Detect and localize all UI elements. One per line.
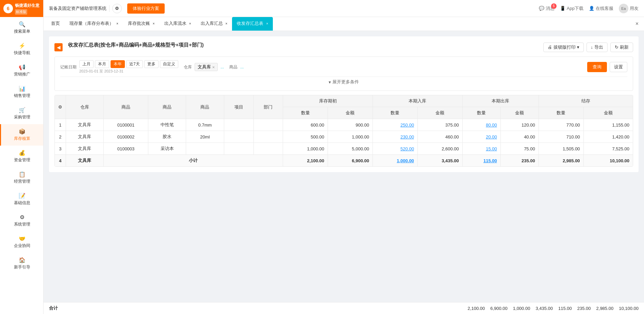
th-goods-code: 商品 — [103, 95, 148, 119]
cell-warehouse: 文具库 — [66, 131, 104, 143]
message-icon-item[interactable]: 💬 消息 6 — [539, 5, 555, 12]
cell-no: 3 — [55, 143, 66, 155]
marketing-icon: 📢 — [19, 64, 26, 70]
cell-goods-name: 采访本 — [148, 143, 186, 155]
cell-in-amt: 460.00 — [417, 131, 462, 143]
expand-more[interactable]: ▾ 展开更多条件 — [60, 77, 627, 87]
trial-button[interactable]: 体验行业方案 — [127, 3, 165, 14]
warehouse-tag-name: 文具库 — [198, 64, 211, 70]
warehouse-tag-close[interactable]: × — [212, 65, 215, 70]
sidebar-item-newbie[interactable]: 🏠 新手引导 — [0, 253, 43, 274]
topbar: 装备及固定资产辅助管理系统 ⚙ 体验行业方案 💬 消息 6 📱 App下载 👤 … — [44, 0, 644, 17]
settings-icon[interactable]: ⚙ — [112, 4, 122, 13]
user-avatar: Ea — [619, 4, 628, 13]
cell-balance-qty: 770.00 — [539, 119, 583, 131]
cell-no: 2 — [55, 131, 66, 143]
cell-out-qty[interactable]: 20.00 — [462, 131, 500, 143]
sidebar-item-search[interactable]: 🔍 搜索菜单 — [0, 17, 43, 38]
system-title: 装备及固定资产辅助管理系统 — [49, 5, 106, 12]
cell-in-qty[interactable]: 520.00 — [373, 143, 417, 155]
sidebar: 6 畅捷通好生意 标准版 🔍 搜索菜单 ⚡ 快捷导航 📢 营销推广 📊 销售管理… — [0, 0, 44, 314]
report-card: ◀ 收发存汇总表(按仓库+商品编码+商品+规格型号+项目+部门) 🖨 拔锁版打印… — [49, 36, 639, 172]
collapse-arrow[interactable]: ◀ — [54, 43, 63, 51]
close-all-tabs[interactable]: × — [633, 19, 641, 28]
date-btn-上月[interactable]: 上月 — [79, 60, 94, 68]
base-icon: 📝 — [19, 193, 26, 199]
tab-close-summary[interactable]: × — [226, 22, 228, 26]
date-btn-更多[interactable]: 更多 — [144, 60, 159, 68]
page-content: ◀ 收发存汇总表(按仓库+商品编码+商品+规格型号+项目+部门) 🖨 拔锁版打印… — [44, 31, 644, 302]
cell-in-qty[interactable]: 250.00 — [373, 119, 417, 131]
sidebar-item-inventory[interactable]: 📦 库存核算 — [0, 124, 43, 146]
purchase-icon: 🛒 — [19, 107, 26, 113]
sidebar-item-base[interactable]: 📝 基础信息 — [0, 188, 43, 210]
cell-warehouse: 文具库 — [66, 119, 104, 131]
tab-label-summary: 出入库汇总 — [201, 20, 223, 27]
cell-balance-qty: 710.00 — [539, 131, 583, 143]
online-service-item[interactable]: 👤 在线客服 — [589, 5, 613, 12]
tab-flow[interactable]: 出入库流水× — [160, 17, 196, 31]
th-project: 项目 — [224, 95, 253, 119]
date-btn-本年[interactable]: 本年 — [111, 60, 125, 68]
cell-project — [224, 131, 253, 143]
tab-stock[interactable]: 现存量（库存分布表）× — [65, 17, 123, 31]
sub-in-amt: 3,435.00 — [417, 155, 462, 167]
date-btns: 上月本月本年近7天更多自定义 — [79, 60, 178, 68]
filter-row: 记账日期 上月本月本年近7天更多自定义 2023-01-01 至 2023-12… — [60, 60, 627, 74]
topbar-left: 装备及固定资产辅助管理系统 ⚙ — [49, 4, 122, 13]
main-area: 装备及固定资产辅助管理系统 ⚙ 体验行业方案 💬 消息 6 📱 App下载 👤 … — [44, 0, 644, 314]
sidebar-item-quick[interactable]: ⚡ 快捷导航 — [0, 38, 43, 60]
cell-goods-code: 0100002 — [103, 131, 148, 143]
tab-close-flow[interactable]: × — [189, 22, 191, 26]
goods-filter: 商品 ... — [229, 64, 244, 70]
base-label: 基础信息 — [14, 200, 30, 206]
print-icon: 🖨 — [548, 45, 552, 50]
goods-more[interactable]: ... — [240, 65, 244, 69]
app-download-item[interactable]: 📱 App下载 — [560, 5, 583, 12]
quick-icon: ⚡ — [19, 43, 26, 49]
warehouse-more[interactable]: ... — [220, 65, 224, 69]
filter-area: 记账日期 上月本月本年近7天更多自定义 2023-01-01 至 2023-12… — [54, 56, 633, 91]
export-icon: ↓ — [591, 45, 593, 50]
sidebar-item-sales[interactable]: 📊 销售管理 — [0, 81, 43, 103]
date-btn-近7天[interactable]: 近7天 — [126, 60, 143, 68]
sidebar-item-finance[interactable]: 💰 资金管理 — [0, 146, 43, 167]
tab-receipt-summary[interactable]: 收发存汇总表× — [232, 17, 273, 31]
enterprise-icon: 🤝 — [19, 235, 26, 242]
refresh-icon: ↻ — [615, 45, 618, 50]
th-opening: 库存期初 — [283, 95, 373, 107]
sub-in-qty[interactable]: 1,000.00 — [373, 155, 417, 167]
export-button[interactable]: ↓ 导出 — [587, 43, 608, 52]
user-item[interactable]: Ea 用友 — [619, 4, 639, 13]
cell-opening-amt: 5,000.00 — [328, 143, 373, 155]
sidebar-item-enterprise[interactable]: 🤝 企业协同 — [0, 231, 43, 253]
print-button[interactable]: 🖨 拔锁版打印 ▾ — [543, 43, 584, 52]
tab-close-batch[interactable]: × — [153, 22, 155, 26]
tab-close-receipt-summary[interactable]: × — [266, 22, 268, 26]
cell-out-qty[interactable]: 15.00 — [462, 143, 500, 155]
cell-goods-name: 胶水 — [148, 131, 186, 143]
tab-summary[interactable]: 出入库汇总× — [196, 17, 232, 31]
query-button[interactable]: 查询 — [587, 62, 607, 72]
total-opening-qty: 2,100.00 — [468, 306, 485, 311]
date-btn-自定义[interactable]: 自定义 — [160, 60, 178, 68]
tab-batch[interactable]: 库存批次账× — [123, 17, 160, 31]
tab-close-stock[interactable]: × — [116, 22, 118, 26]
tab-label-receipt-summary: 收发存汇总表 — [237, 20, 263, 27]
sidebar-item-operations[interactable]: 📋 经营管理 — [0, 167, 43, 188]
date-btn-本月[interactable]: 本月 — [95, 60, 109, 68]
sidebar-item-system[interactable]: ⚙ 系统管理 — [0, 210, 43, 231]
setting-button[interactable]: 设置 — [610, 62, 627, 72]
total-label: 合计 — [49, 305, 58, 311]
warehouse-filter-label: 仓库 — [184, 64, 192, 70]
sidebar-item-purchase[interactable]: 🛒 采购管理 — [0, 103, 43, 124]
cell-in-qty[interactable]: 230.00 — [373, 131, 417, 143]
th-settings: ⚙ — [55, 95, 66, 119]
sidebar-item-marketing[interactable]: 📢 营销推广 — [0, 60, 43, 81]
cell-out-qty[interactable]: 80.00 — [462, 119, 500, 131]
tab-home[interactable]: 首页 — [46, 17, 65, 31]
sub-out-qty[interactable]: 115.00 — [462, 155, 500, 167]
refresh-button[interactable]: ↻ 刷新 — [610, 43, 633, 52]
data-table: ⚙ 仓库 商品 商品 商品 项目 部门 库存期初 本期入库 本期出库 结存 — [54, 95, 633, 167]
logo-text: 畅捷通好生意 标准版 — [15, 3, 39, 15]
